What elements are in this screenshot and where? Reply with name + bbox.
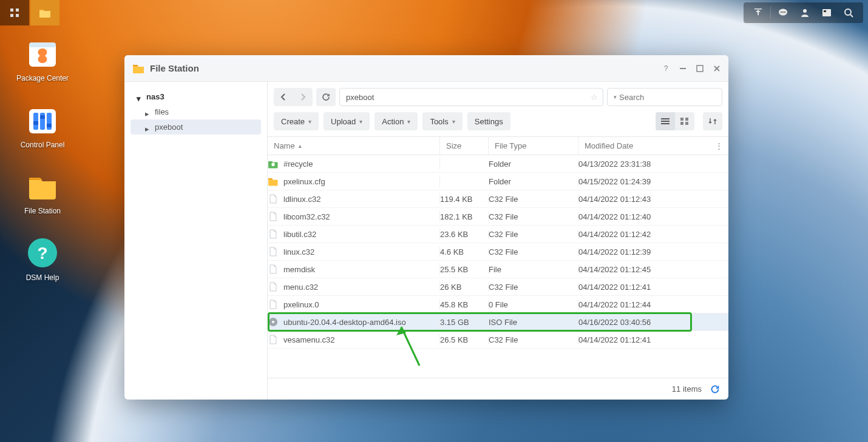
file-row[interactable]: ubuntu-20.04.4-desktop-amd64.iso3.15 GBI…	[268, 313, 728, 331]
search-input[interactable]	[619, 93, 721, 102]
path-field[interactable]: pxeboot ☆	[339, 88, 603, 106]
file-name: linux.c32	[283, 247, 314, 256]
column-header-size[interactable]: Size	[440, 137, 489, 155]
file-type: ISO File	[489, 318, 578, 327]
file-icon	[268, 229, 279, 239]
status-refresh-button[interactable]	[710, 384, 720, 394]
upload-button[interactable]: Upload▾	[324, 112, 370, 130]
action-button[interactable]: Action▾	[375, 112, 418, 130]
item-count: 11 items	[672, 384, 702, 393]
file-size: 45.8 KB	[440, 300, 489, 309]
desktop-icon-dsm-help[interactable]: ? DSM Help	[6, 236, 79, 283]
desktop-icon-control-panel[interactable]: Control Panel	[6, 103, 79, 150]
help-icon: ?	[662, 64, 670, 73]
chevron-down-icon: ▾	[308, 118, 311, 125]
create-button[interactable]: Create▾	[274, 112, 319, 130]
help-button[interactable]: ?	[662, 64, 670, 73]
svg-rect-14	[29, 42, 56, 47]
svg-rect-3	[16, 14, 19, 17]
column-header-date[interactable]: Modified Date	[578, 137, 710, 155]
file-icon	[268, 281, 279, 292]
file-type: Folder	[489, 177, 578, 186]
tools-button[interactable]: Tools▾	[422, 112, 462, 130]
close-button[interactable]	[713, 64, 721, 73]
list-view-button[interactable]	[656, 112, 675, 130]
column-menu-button[interactable]: ⋮	[710, 137, 728, 155]
desktop-icon-label: Control Panel	[21, 141, 65, 150]
file-date: 04/16/2022 03:40:56	[578, 318, 728, 327]
back-button[interactable]	[274, 88, 293, 106]
file-row[interactable]: pxelinux.045.8 KB0 File04/14/2022 01:12:…	[268, 296, 728, 313]
tree-node-files[interactable]: ▸ files	[131, 104, 261, 119]
star-icon[interactable]: ☆	[591, 93, 598, 102]
maximize-button[interactable]	[696, 64, 704, 73]
file-row[interactable]: vesamenu.c3226.5 KBC32 File04/14/2022 01…	[268, 331, 728, 349]
search-icon	[844, 8, 853, 18]
refresh-button[interactable]	[316, 88, 336, 106]
file-date: 04/14/2022 01:12:39	[578, 247, 728, 256]
file-icon	[268, 246, 279, 257]
file-date: 04/15/2022 01:24:39	[578, 177, 728, 186]
desktop-icon-package-center[interactable]: Package Center	[6, 36, 79, 84]
svg-rect-34	[680, 118, 683, 121]
svg-point-11	[845, 9, 851, 15]
chat-icon	[778, 8, 788, 18]
file-list: Name▲ Size File Type Modified Date ⋮ #re…	[268, 136, 728, 378]
file-name: libcom32.c32	[283, 212, 330, 221]
grid-view-button[interactable]	[675, 112, 694, 130]
desktop-icon-label: Package Center	[16, 74, 69, 84]
file-type: C32 File	[489, 212, 578, 221]
path-text: pxeboot	[346, 93, 374, 102]
folder-icon	[268, 176, 279, 187]
file-row[interactable]: #recycleFolder04/13/2022 23:31:38	[268, 155, 728, 173]
folder-icon	[132, 62, 145, 75]
minimize-button[interactable]	[679, 64, 687, 73]
file-date: 04/14/2022 01:12:41	[578, 335, 728, 344]
widgets-button[interactable]	[816, 3, 838, 22]
chat-button[interactable]	[772, 3, 794, 22]
file-row[interactable]: pxelinux.cfgFolder04/15/2022 01:24:39	[268, 173, 728, 190]
file-row[interactable]: memdisk25.5 KBFile04/14/2022 01:12:45	[268, 261, 728, 278]
forward-button[interactable]	[293, 88, 313, 106]
dsm-help-icon: ?	[25, 236, 59, 270]
svg-point-8	[803, 9, 807, 13]
file-size: 3.15 GB	[440, 318, 489, 327]
file-row[interactable]: linux.c324.6 KBC32 File04/14/2022 01:12:…	[268, 243, 728, 261]
search-field[interactable]: ▾	[607, 88, 722, 106]
settings-button[interactable]: Settings	[467, 112, 510, 130]
panel-icon	[822, 8, 832, 18]
file-row[interactable]: menu.c3226 KBC32 File04/14/2022 01:12:41	[268, 278, 728, 296]
tree-root[interactable]: ▾ nas3	[131, 89, 261, 104]
file-name: ldlinux.c32	[283, 195, 320, 204]
upload-icon	[753, 8, 763, 18]
file-type: C32 File	[489, 247, 578, 256]
file-type: C32 File	[489, 283, 578, 292]
svg-rect-35	[685, 118, 688, 121]
file-name: menu.c32	[283, 283, 318, 292]
app-launcher-button[interactable]	[0, 0, 29, 25]
file-name: libutil.c32	[283, 230, 316, 239]
file-row[interactable]: libcom32.c32182.1 KBC32 File04/14/2022 0…	[268, 208, 728, 226]
file-station-taskbar-button[interactable]	[30, 0, 59, 25]
file-station-window: File Station ? ▾ nas3 ▸ files ▸ pxeboot	[124, 55, 728, 400]
nav-toolbar: pxeboot ☆ ▾	[268, 82, 728, 110]
column-header-name[interactable]: Name▲	[268, 137, 440, 155]
user-button[interactable]	[794, 3, 816, 22]
chevron-right-icon	[300, 93, 306, 101]
tree-node-pxeboot[interactable]: ▸ pxeboot	[131, 119, 261, 135]
tree-node-label: pxeboot	[155, 122, 183, 132]
svg-rect-2	[10, 14, 13, 17]
sort-button[interactable]	[703, 112, 722, 130]
svg-point-39	[272, 321, 274, 323]
search-button[interactable]	[838, 3, 860, 22]
file-row[interactable]: libutil.c3223.6 KBC32 File04/14/2022 01:…	[268, 226, 728, 243]
desktop-icon-file-station[interactable]: File Station	[6, 169, 79, 216]
upload-tray-button[interactable]	[747, 3, 769, 22]
file-row[interactable]: ldlinux.c32119.4 KBC32 File04/14/2022 01…	[268, 190, 728, 208]
file-size: 26.5 KB	[440, 335, 489, 344]
file-date: 04/14/2022 01:12:45	[578, 265, 728, 274]
svg-rect-26	[697, 65, 703, 72]
titlebar[interactable]: File Station ?	[124, 55, 728, 82]
column-header-type[interactable]: File Type	[489, 137, 578, 155]
chevron-down-icon: ▾	[614, 94, 617, 100]
